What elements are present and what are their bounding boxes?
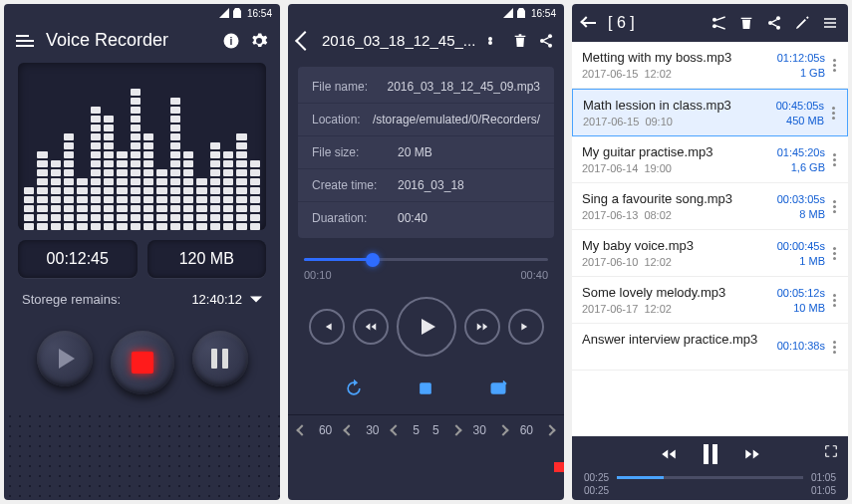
list-item[interactable]: Sing a favourite song.mp32017-06-13 08:0…	[572, 183, 848, 230]
prev-track-button[interactable]	[309, 309, 345, 345]
menu-icon[interactable]	[822, 15, 838, 31]
edit-icon[interactable]	[794, 15, 810, 31]
status-bar: 16:54	[288, 4, 564, 22]
list-item[interactable]: Math lession in class.mp32017-06-15 09:1…	[572, 89, 848, 136]
back-icon[interactable]	[295, 31, 315, 51]
app-title: Voice Recorder	[46, 30, 212, 51]
equalizer-visual	[18, 63, 266, 230]
list-item[interactable]: Metting with my boss.mp32017-06-15 12:02…	[572, 42, 848, 89]
stop-icon[interactable]	[416, 378, 435, 398]
svg-text:i: i	[230, 34, 233, 46]
more-icon[interactable]	[831, 294, 838, 307]
replay-icon[interactable]	[344, 378, 364, 398]
more-icon[interactable]	[831, 341, 838, 354]
recorder-screen: 16:54 Voice Recorder i 00:12:45 120 MB S…	[4, 4, 280, 500]
header-filename: 2016_03_18_12_45_...	[322, 32, 476, 49]
list-item[interactable]: Some lovely melody.mp32017-06-17 12:0200…	[572, 277, 848, 324]
next-track-button[interactable]	[508, 309, 544, 345]
play-button[interactable]	[37, 331, 93, 386]
pause-button[interactable]	[704, 444, 717, 464]
svg-rect-6	[491, 383, 504, 393]
svg-rect-5	[421, 382, 432, 394]
fullscreen-icon[interactable]	[824, 444, 838, 458]
skip-back-5[interactable]	[391, 424, 402, 435]
more-icon[interactable]	[831, 59, 838, 72]
list-item[interactable]: My guitar practise.mp32017-06-14 19:0001…	[572, 136, 848, 183]
storage-value: 12:40:12	[191, 292, 242, 307]
app-header: Voice Recorder i	[4, 22, 280, 59]
pause-button[interactable]	[192, 331, 248, 386]
repeat-icon[interactable]	[488, 378, 508, 398]
list-item[interactable]: Answer interview practice.mp3 00:10:38s	[572, 324, 848, 371]
record-button[interactable]	[111, 331, 174, 394]
share-icon[interactable]	[538, 33, 554, 49]
seek-slider[interactable]	[304, 258, 548, 261]
skip-back-60[interactable]	[296, 424, 307, 435]
playback-screen: 16:54 2016_03_18_12_45_... File name:201…	[288, 4, 564, 500]
status-bar: 16:54	[4, 4, 280, 22]
more-icon[interactable]	[831, 200, 838, 213]
share-icon[interactable]	[766, 15, 782, 31]
library-screen: [ 6 ] Metting with my boss.mp32017-06-15…	[572, 4, 848, 500]
skip-back-30[interactable]	[344, 424, 355, 435]
mini-player: 00:25 01:05 00:25 01:05	[572, 436, 848, 500]
close-marker[interactable]	[554, 462, 564, 472]
more-icon[interactable]	[830, 107, 837, 120]
mini-seek-bar[interactable]	[617, 476, 803, 479]
delete-icon[interactable]	[738, 15, 754, 31]
cut-icon[interactable]	[710, 15, 726, 31]
forward-button[interactable]	[743, 445, 761, 463]
selection-count: [ 6 ]	[608, 14, 635, 32]
file-size: 120 MB	[147, 240, 267, 278]
storage-label: Storege remains:	[22, 292, 121, 307]
more-icon[interactable]	[831, 247, 838, 260]
play-button[interactable]	[397, 297, 456, 357]
list-item[interactable]: My baby voice.mp32017-06-10 12:0200:00:4…	[572, 230, 848, 277]
skip-fwd-60[interactable]	[544, 424, 555, 435]
more-icon[interactable]	[831, 153, 838, 166]
time-current: 00:10	[304, 269, 332, 281]
settings-icon[interactable]	[250, 32, 268, 50]
rewind-button[interactable]	[353, 309, 389, 345]
speaker-grille	[4, 410, 280, 500]
file-list: Metting with my boss.mp32017-06-15 12:02…	[572, 42, 848, 436]
skip-bar: 60 30 5 5 30 60	[288, 414, 564, 445]
skip-fwd-30[interactable]	[497, 424, 508, 435]
forward-button[interactable]	[464, 309, 500, 345]
elapsed-time: 00:12:45	[18, 240, 138, 278]
file-info-card: File name:2016_03_18_12_45_09.mp3 Locati…	[298, 67, 554, 238]
skip-fwd-5[interactable]	[450, 424, 461, 435]
cut-icon[interactable]	[486, 33, 502, 49]
menu-icon[interactable]	[16, 35, 34, 47]
rewind-button[interactable]	[660, 445, 678, 463]
info-icon[interactable]: i	[222, 32, 240, 50]
time-total: 00:40	[520, 269, 548, 281]
chevron-down-icon[interactable]	[250, 294, 262, 306]
delete-icon[interactable]	[512, 33, 528, 49]
